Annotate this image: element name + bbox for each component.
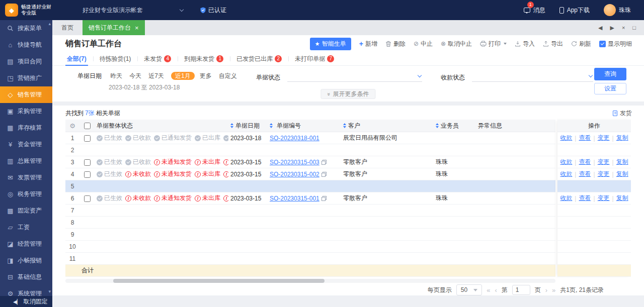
tab-sales-order-workbench[interactable]: 销售订单工作台 × xyxy=(83,20,145,35)
action-copy-link[interactable]: 复制 xyxy=(616,170,628,178)
pay-status-select[interactable] xyxy=(472,73,593,82)
sort-icon[interactable] xyxy=(270,123,273,128)
scrollbar-thumb[interactable] xyxy=(113,279,325,283)
tab-scroll-left-icon[interactable]: ◀ xyxy=(598,25,602,31)
action-view-link[interactable]: 查看 xyxy=(579,194,591,202)
settings-button[interactable]: 设置 xyxy=(594,83,626,94)
table-row[interactable]: 4已生效未收款未通知发货未出库2023-03-15SO-20230315-002… xyxy=(65,168,555,180)
action-view-link[interactable]: 查看 xyxy=(579,134,591,142)
action-collect-link[interactable]: 收款 xyxy=(560,134,572,142)
status-tab[interactable]: 到期未发货1 xyxy=(178,52,230,65)
action-change-link[interactable]: 变更 xyxy=(598,158,610,166)
sidebar-item-payroll[interactable]: ▱工资 xyxy=(0,219,52,236)
page-input[interactable]: 1 xyxy=(512,285,530,295)
sort-icon[interactable] xyxy=(343,123,346,128)
sort-icon[interactable] xyxy=(436,123,439,128)
close-all-tabs-icon[interactable]: × xyxy=(622,25,625,31)
row-checkbox[interactable] xyxy=(84,195,91,202)
order-number-link[interactable]: SO-20230315-003 xyxy=(270,159,319,166)
date-option[interactable]: 昨天 xyxy=(110,72,122,79)
sort-icon[interactable] xyxy=(230,123,233,128)
status-tab[interactable]: 全部(7) xyxy=(60,52,93,65)
table-row[interactable]: 10 xyxy=(65,241,555,253)
table-row[interactable]: 6已生效未收款未通知发货未出库2023-03-15SO-20230315-001… xyxy=(65,192,555,204)
action-view-link[interactable]: 查看 xyxy=(579,158,591,166)
doc-status-select[interactable] xyxy=(287,73,422,82)
action-change-link[interactable]: 变更 xyxy=(598,134,610,142)
action-collect-link[interactable]: 收款 xyxy=(560,158,572,166)
prev-page-icon[interactable]: ‹ xyxy=(495,287,497,293)
table-row[interactable]: 9 xyxy=(65,229,555,241)
order-number-link[interactable]: SO-20230315-001 xyxy=(270,195,319,202)
table-row[interactable]: 7 xyxy=(65,204,555,217)
column-settings-gear-icon[interactable]: ⚙ xyxy=(69,122,75,130)
unpin-button[interactable]: ◀▏ 取消固定 xyxy=(0,296,52,307)
sidebar-item-quick-nav[interactable]: ⌂快捷导航 xyxy=(0,37,52,53)
first-page-icon[interactable]: « xyxy=(487,287,490,293)
sidebar-item-funds[interactable]: ¥资金管理 xyxy=(0,136,52,153)
sidebar-item-base-info[interactable]: ⊟基础信息 xyxy=(0,269,52,285)
expand-more-button[interactable]: » 展开更多条件 xyxy=(320,89,375,99)
sidebar-item-purchase[interactable]: ▣采购管理 xyxy=(0,103,52,120)
sidebar-item-inventory[interactable]: ▦库存核算 xyxy=(0,120,52,136)
action-change-link[interactable]: 变更 xyxy=(598,170,610,178)
smart-order-button[interactable]: ★智能生单 xyxy=(310,38,351,50)
action-copy-link[interactable]: 复制 xyxy=(616,158,628,166)
close-tab-icon[interactable]: × xyxy=(135,24,139,32)
status-tab[interactable]: 未发货4 xyxy=(137,52,178,65)
next-page-icon[interactable]: › xyxy=(545,287,547,293)
delete-button[interactable]: 删除 xyxy=(385,40,406,48)
fullscreen-icon[interactable]: □ xyxy=(632,25,636,31)
sidebar-item-operations[interactable]: ◪经营管理 xyxy=(0,236,52,252)
last-page-icon[interactable]: » xyxy=(552,287,555,293)
sidebar-item-ledger[interactable]: ▥总账管理 xyxy=(0,153,52,169)
date-option[interactable]: 今天 xyxy=(129,72,141,79)
action-view-link[interactable]: 查看 xyxy=(579,170,591,178)
sidebar-item-expense[interactable]: ◨小畅报销 xyxy=(0,252,52,269)
tab-scroll-right-icon[interactable]: ▶ xyxy=(610,25,614,31)
search-button[interactable]: 查询 xyxy=(594,68,626,80)
header-salesman[interactable]: 业务员 xyxy=(434,122,476,130)
copy-icon[interactable] xyxy=(321,196,327,201)
cancel-abort-button[interactable]: ⊗取消中止 xyxy=(441,40,472,48)
account-selector[interactable]: 好业财专业版演示帐套 xyxy=(83,6,183,15)
sidebar-item-marketing[interactable]: ◳营销推广 xyxy=(0,70,52,86)
action-copy-link[interactable]: 复制 xyxy=(616,134,628,142)
order-number-link[interactable]: SO-20230315-002 xyxy=(270,171,319,178)
row-checkbox[interactable] xyxy=(84,159,91,166)
sidebar-item-search[interactable]: 搜索菜单 xyxy=(0,20,52,37)
import-button[interactable]: 导入 xyxy=(515,40,535,48)
action-change-link[interactable]: 变更 xyxy=(598,194,610,202)
show-detail-button[interactable]: 显示明细 xyxy=(599,40,632,48)
table-row[interactable]: 11 xyxy=(65,253,555,265)
app-download-button[interactable]: App下载 xyxy=(559,6,590,15)
table-row[interactable]: 8 xyxy=(65,217,555,229)
horizontal-scrollbar[interactable] xyxy=(65,279,555,283)
table-row[interactable]: 1已生效已收款已通知发货已出库2023-03-18SO-20230318-001… xyxy=(65,132,555,144)
ship-button[interactable]: 发货 xyxy=(613,109,632,118)
sidebar-item-invoice[interactable]: ✉发票管理 xyxy=(0,169,52,186)
abort-button[interactable]: ⊘中止 xyxy=(414,40,433,48)
date-option[interactable]: 更多 xyxy=(200,72,212,79)
add-button[interactable]: +新增 xyxy=(359,40,377,48)
table-row[interactable]: 5 xyxy=(65,180,555,192)
status-tab[interactable]: 已发货已出库2 xyxy=(230,52,288,65)
copy-icon[interactable] xyxy=(321,160,327,165)
table-row[interactable]: 2 xyxy=(65,144,555,156)
header-doc-date[interactable]: 单据日期 xyxy=(228,122,268,130)
order-number-link[interactable]: SO-20230318-001 xyxy=(270,135,319,142)
action-collect-link[interactable]: 收款 xyxy=(560,170,572,178)
sidebar-item-project-contract[interactable]: ▤项目合同 xyxy=(0,53,52,70)
export-button[interactable]: 导出 xyxy=(543,40,563,48)
copy-icon[interactable] xyxy=(321,172,327,177)
date-option[interactable]: 自定义 xyxy=(219,72,237,79)
per-page-select[interactable]: 50 xyxy=(456,284,482,295)
row-checkbox[interactable] xyxy=(84,171,91,178)
row-checkbox[interactable] xyxy=(84,135,91,142)
action-copy-link[interactable]: 复制 xyxy=(616,194,628,202)
date-range[interactable]: 2023-02-18 至 2023-03-18 xyxy=(109,83,244,92)
header-doc-number[interactable]: 单据编号 xyxy=(268,122,341,130)
date-option[interactable]: 近7天 xyxy=(148,72,164,79)
header-overall-status[interactable]: 单据整体状态 xyxy=(95,122,228,130)
user-menu[interactable]: 珠珠 xyxy=(604,4,631,16)
